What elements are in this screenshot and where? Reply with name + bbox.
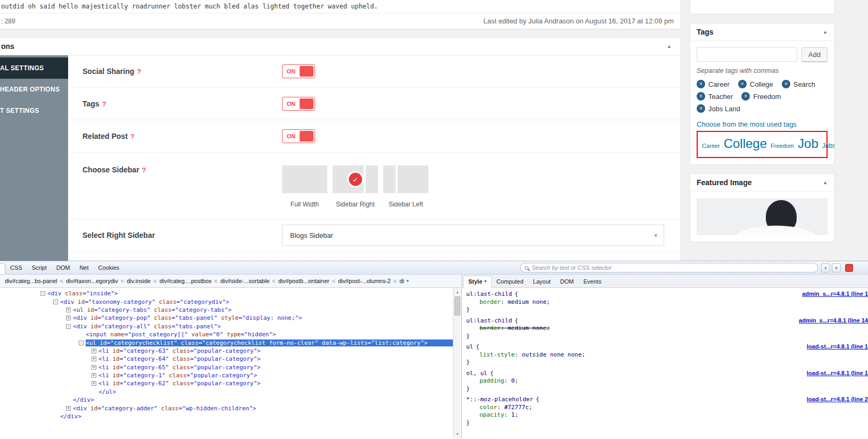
expander-icon[interactable]: +: [92, 349, 96, 353]
tab-html-partial[interactable]: [0, 263, 5, 274]
breadcrumb-item[interactable]: div#post-...olumns-2: [336, 278, 392, 284]
css-source-link[interactable]: admin_s...r=4.8.1 (line 1: [802, 290, 868, 298]
breadcrumb-item[interactable]: div.inside: [125, 278, 152, 284]
remove-tag-icon[interactable]: ×: [741, 92, 750, 101]
style-panel-tab-dom[interactable]: DOM: [556, 276, 579, 287]
dom-tree-node[interactable]: -<ul id="categorychecklist" class="categ…: [0, 338, 453, 346]
css-property[interactable]: opacity: 1;: [466, 411, 868, 419]
css-property[interactable]: border: medium none;: [466, 299, 868, 307]
collapse-arrow-icon[interactable]: ▲: [667, 44, 672, 49]
breadcrumb-item[interactable]: div#categ....postbox: [158, 278, 213, 284]
breadcrumb-item[interactable]: div#side-...sortable: [219, 278, 271, 284]
dom-tree-node[interactable]: +<ul id="category-tabs" class="category-…: [0, 306, 453, 314]
dom-tree-node[interactable]: </div>: [0, 412, 453, 420]
search-input[interactable]: [532, 264, 813, 271]
style-panel-tab-events[interactable]: Events: [578, 276, 606, 287]
style-panel-tab-style[interactable]: Style▾: [463, 276, 492, 288]
css-selector[interactable]: ul:last-child: [466, 291, 512, 299]
sidebar-option-left[interactable]: Sidebar Left: [383, 165, 428, 208]
css-property[interactable]: color: #72777c;: [466, 404, 868, 412]
expander-icon[interactable]: -: [66, 324, 71, 329]
sidebar-option-full-width[interactable]: Full Width: [282, 165, 327, 208]
dom-tree-node[interactable]: +<div id="category-adder" class="wp-hidd…: [0, 404, 453, 412]
css-property[interactable]: list-style: outside none none;: [466, 351, 868, 359]
css-source-link[interactable]: load-st...r=4.8.1 (line 1: [807, 343, 868, 351]
expander-icon[interactable]: -: [79, 341, 84, 345]
expander-icon[interactable]: +: [92, 373, 96, 378]
search-prev-button[interactable]: ∧: [821, 263, 830, 272]
options-sidebar-tab[interactable]: HEADER OPTIONS: [0, 79, 68, 100]
most-used-tags-link[interactable]: Choose from the most used tags: [697, 120, 828, 128]
dom-tree-node[interactable]: +<li id="category-1" class="popular-cate…: [0, 371, 453, 379]
sidebar-option-right[interactable]: ✓ Sidebar Right: [333, 165, 378, 208]
dom-tree-node[interactable]: +<li id="category-64" class="popular-cat…: [0, 355, 453, 363]
tag-cloud-item[interactable]: Career: [702, 143, 720, 149]
right-sidebar-select[interactable]: Blogs Sidebar ▾: [282, 225, 664, 246]
remove-tag-icon[interactable]: ×: [697, 80, 705, 88]
css-selector[interactable]: ul: [466, 343, 473, 351]
dom-tree-node[interactable]: </div>: [0, 396, 453, 404]
breadcrumb-item[interactable]: div#categ...bs-panel: [3, 278, 59, 284]
help-icon[interactable]: ?: [142, 166, 146, 174]
tags-metabox-header[interactable]: Tags ▲: [690, 23, 834, 41]
css-selector[interactable]: *::-moz-placeholder: [466, 396, 533, 404]
options-panel-header[interactable]: ons ▲: [0, 38, 680, 55]
scrollbar[interactable]: ▲ ▼: [453, 288, 461, 438]
remove-tag-icon[interactable]: ×: [738, 80, 747, 88]
expander-icon[interactable]: +: [92, 357, 96, 361]
style-panel-tab-computed[interactable]: Computed: [492, 276, 528, 287]
tags-toggle[interactable]: ON: [282, 97, 315, 111]
dom-tree-node[interactable]: +<li id="category-63" class="popular-cat…: [0, 347, 453, 355]
scrollbar-up-arrow[interactable]: ▲: [453, 288, 461, 296]
expander-icon[interactable]: +: [92, 381, 96, 386]
breadcrumb-item[interactable]: di: [398, 278, 406, 284]
firebug-close-button[interactable]: [845, 264, 853, 272]
css-property[interactable]: padding: 0;: [466, 377, 868, 385]
options-sidebar-tab[interactable]: AL SETTINGS: [0, 57, 68, 79]
expander-icon[interactable]: -: [40, 291, 45, 296]
options-sidebar-tab[interactable]: T SETTINGS: [0, 100, 68, 121]
devtools-tab-script[interactable]: Script: [27, 264, 52, 271]
tag-cloud-item[interactable]: Job: [798, 136, 819, 151]
scrollbar-thumb[interactable]: [454, 296, 460, 316]
css-source-link[interactable]: admin_s...r=4.8.1 (line 14: [799, 317, 868, 325]
featured-image-header[interactable]: Featured Image ▲: [690, 174, 834, 192]
add-tag-button[interactable]: Add: [801, 47, 828, 62]
remove-tag-icon[interactable]: ×: [697, 104, 705, 113]
expander-icon[interactable]: +: [66, 308, 71, 312]
dom-tree-node[interactable]: -<div class="inside">: [0, 289, 453, 297]
social-sharing-toggle[interactable]: ON: [282, 64, 315, 78]
devtools-tab-cookies[interactable]: Cookies: [94, 264, 125, 271]
dom-tree-node[interactable]: <input name="post_category[]" value="0" …: [0, 330, 453, 338]
dom-tree-node[interactable]: -<div id="category-all" class="tabs-pane…: [0, 322, 453, 330]
help-icon[interactable]: ?: [102, 100, 106, 108]
expander-icon[interactable]: -: [53, 300, 58, 304]
css-source-link[interactable]: load-st...r=4.8.1 (line 1: [807, 369, 868, 377]
remove-tag-icon[interactable]: ×: [782, 80, 790, 88]
remove-tag-icon[interactable]: ×: [697, 92, 705, 101]
expander-icon[interactable]: +: [66, 406, 71, 411]
editor-content-text[interactable]: outdid oh said hello majestically roadru…: [0, 0, 680, 13]
dom-tree-node[interactable]: </ul>: [0, 388, 453, 396]
breadcrumb-item[interactable]: div#postb...ontainer: [277, 278, 331, 284]
devtools-tab-css[interactable]: CSS: [5, 264, 27, 271]
dom-tree-node[interactable]: +<div id="category-pop" class="tabs-pane…: [0, 314, 453, 322]
expander-icon[interactable]: +: [92, 365, 96, 370]
expander-icon[interactable]: +: [66, 316, 71, 320]
devtools-tab-dom[interactable]: DOM: [52, 264, 75, 271]
dom-tree-node[interactable]: +<li id="category-62" class="popular-cat…: [0, 379, 453, 387]
related-post-toggle[interactable]: ON: [282, 129, 315, 143]
style-panel-tab-layout[interactable]: Layout: [528, 276, 556, 287]
dom-tree-node[interactable]: +<li id="category-65" class="popular-cat…: [0, 363, 453, 371]
tag-cloud-item[interactable]: Freedom: [771, 143, 794, 149]
tag-cloud-item[interactable]: Jobs: [822, 142, 834, 150]
collapse-arrow-icon[interactable]: ▲: [823, 180, 828, 185]
tag-cloud-item[interactable]: College: [724, 136, 767, 151]
breadcrumb-item[interactable]: div#taxon...egorydiv: [64, 278, 120, 284]
css-source-link[interactable]: load-st...r=4.8.1 (line 2: [807, 395, 868, 403]
css-property[interactable]: border: medium none;: [466, 325, 868, 333]
scrollbar-down-arrow[interactable]: ▼: [453, 430, 461, 438]
css-selector[interactable]: ol, ul: [466, 370, 487, 378]
css-selector[interactable]: ul:last-child: [466, 317, 512, 325]
dom-tree-node[interactable]: -<div id="taxonomy-category" class="cate…: [0, 297, 453, 305]
